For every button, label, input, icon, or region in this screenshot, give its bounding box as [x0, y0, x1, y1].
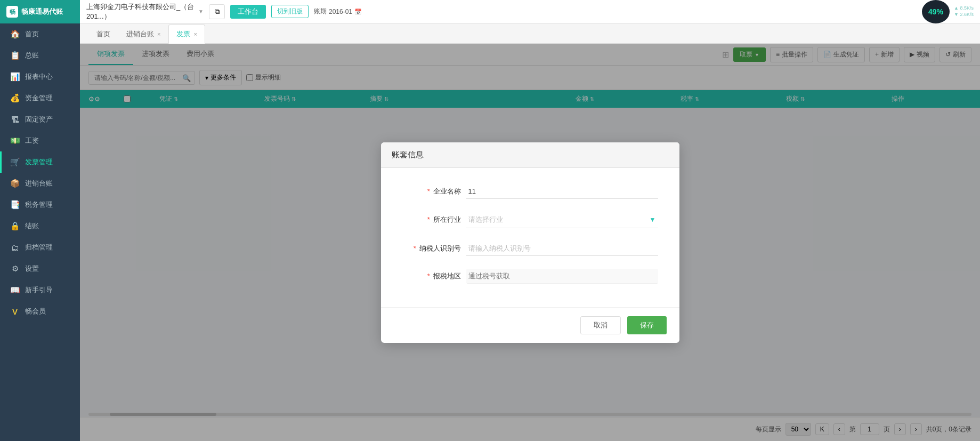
company-name-input[interactable]: [466, 184, 658, 199]
sidebar-item-close[interactable]: 🔒 结账: [0, 215, 80, 237]
tax-region-label: * 报税地区: [402, 271, 461, 281]
network-speeds: ▲ 8.5K/s ▼ 2.6K/s: [954, 5, 974, 18]
network-badge: 49%: [922, 0, 950, 23]
modal-body: * 企业名称 * 所在行业 请选择行业 ▼: [381, 168, 679, 307]
ledger-icon: 📋: [10, 51, 20, 60]
industry-chevron-icon: ▼: [650, 216, 656, 223]
modal-header: 账套信息: [381, 142, 679, 168]
main-area: 上海卯金刀电子科技有限公司_（台201...） ⧉ 工作台 切到旧版 账期 20…: [80, 0, 980, 441]
sidebar-item-label: 首页: [25, 29, 39, 39]
workspace-button[interactable]: 工作台: [230, 5, 266, 19]
upload-speed: ▲ 8.5K/s: [954, 5, 974, 12]
sidebar-item-label: 归档管理: [25, 243, 53, 252]
sidebar-item-report[interactable]: 📊 报表中心: [0, 66, 80, 87]
sidebar-item-label: 畅会员: [25, 307, 46, 316]
industry-label: * 所在行业: [402, 215, 461, 224]
sidebar-item-home[interactable]: 首页: [0, 23, 80, 45]
sidebar-item-fund[interactable]: 💰 资金管理: [0, 87, 80, 109]
guide-icon: 📖: [10, 285, 20, 295]
tab-home-label: 首页: [96, 29, 110, 39]
sidebar-item-label: 进销台账: [25, 179, 53, 188]
salary-icon: 💵: [10, 136, 20, 146]
tax-id-input[interactable]: [466, 241, 658, 256]
sidebar-item-member[interactable]: V 畅会员: [0, 301, 80, 322]
sidebar-item-label: 税务管理: [25, 200, 53, 210]
sidebar-item-label: 设置: [25, 264, 39, 274]
company-selector[interactable]: 上海卯金刀电子科技有限公司_（台201...）: [86, 2, 204, 21]
save-button[interactable]: 保存: [627, 316, 667, 334]
modal-footer: 取消 保存: [381, 307, 679, 343]
close-acct-icon: 🔒: [10, 221, 20, 231]
tab-home[interactable]: 首页: [88, 25, 118, 43]
invoice-icon: 🛒: [10, 157, 20, 167]
modal-overlay: 账套信息 * 企业名称 * 所在行: [80, 44, 980, 441]
settings-icon: [10, 264, 20, 274]
copy-icon: ⧉: [215, 7, 220, 16]
sidebar-item-label: 总账: [25, 51, 39, 60]
company-name-row: * 企业名称: [402, 184, 658, 199]
asset-icon: 🏗: [10, 115, 20, 124]
tax-region-row: * 报税地区: [402, 269, 658, 284]
trade-icon: 📦: [10, 179, 20, 188]
old-version-button[interactable]: 切到旧版: [271, 5, 309, 18]
sidebar-item-label: 新手引导: [25, 285, 53, 295]
sidebar-item-tax[interactable]: 📑 税务管理: [0, 194, 80, 215]
tab-bar: 首页 进销台账 × 发票 ×: [80, 23, 980, 44]
tab-invoice[interactable]: 发票 ×: [168, 25, 205, 44]
tab-trade-label: 进销台账: [126, 29, 154, 39]
tab-invoice-label: 发票: [176, 29, 190, 39]
required-star3: *: [414, 244, 416, 252]
sidebar-item-guide[interactable]: 📖 新手引导: [0, 279, 80, 301]
tax-region-input: [466, 269, 658, 284]
company-name-label: * 企业名称: [402, 187, 461, 196]
sidebar-item-label: 报表中心: [25, 72, 53, 82]
required-star: *: [427, 187, 430, 195]
sidebar-item-settings[interactable]: 设置: [0, 258, 80, 279]
member-icon: V: [10, 307, 20, 316]
report-icon: 📊: [10, 72, 20, 82]
sidebar-item-invoice[interactable]: 🛒 发票管理: [0, 151, 80, 173]
sidebar-item-trade[interactable]: 📦 进销台账: [0, 173, 80, 194]
tax-icon: 📑: [10, 200, 20, 210]
sidebar-item-label: 资金管理: [25, 93, 53, 103]
sidebar-item-label: 结账: [25, 221, 39, 231]
logo-icon: 畅: [6, 6, 18, 18]
required-star4: *: [427, 272, 430, 280]
topbar: 上海卯金刀电子科技有限公司_（台201...） ⧉ 工作台 切到旧版 账期 20…: [80, 0, 980, 23]
app-name: 畅康通易代账: [21, 7, 63, 17]
app-logo: 畅 畅康通易代账: [0, 0, 80, 23]
sidebar-item-asset[interactable]: 🏗 固定资产: [0, 109, 80, 130]
copy-btn[interactable]: ⧉: [209, 4, 225, 19]
industry-row: * 所在行业 请选择行业 ▼: [402, 212, 658, 228]
required-star2: *: [427, 215, 430, 223]
tab-invoice-close[interactable]: ×: [193, 31, 197, 37]
sidebar-item-label: 发票管理: [25, 157, 53, 167]
sidebar-item-archive[interactable]: 🗂 归档管理: [0, 237, 80, 258]
tab-trade[interactable]: 进销台账 ×: [118, 25, 168, 43]
sidebar-item-label: 工资: [25, 136, 39, 146]
sidebar-item-salary[interactable]: 💵 工资: [0, 130, 80, 151]
sidebar-item-ledger[interactable]: 📋 总账: [0, 45, 80, 66]
home-icon: [10, 29, 20, 39]
content-area: 销项发票 进项发票 费用小票 ⊞ 取票 ≡ 批量操作: [80, 44, 980, 441]
industry-select[interactable]: 请选择行业 ▼: [466, 212, 658, 228]
period-value: 2016-01: [329, 8, 352, 15]
tab-trade-close[interactable]: ×: [157, 31, 160, 37]
fund-icon: 💰: [10, 93, 20, 103]
cancel-button[interactable]: 取消: [580, 316, 621, 334]
company-dropdown-icon: [198, 9, 204, 14]
account-info-modal: 账套信息 * 企业名称 * 所在行: [381, 142, 679, 343]
modal-title: 账套信息: [392, 150, 424, 159]
company-name: 上海卯金刀电子科技有限公司_（台201...）: [86, 2, 196, 21]
topbar-right: 49% ▲ 8.5K/s ▼ 2.6K/s: [922, 0, 974, 23]
download-speed: ▼ 2.6K/s: [954, 12, 974, 18]
tax-id-row: * 纳税人识别号: [402, 241, 658, 256]
sidebar-item-label: 固定资产: [25, 115, 53, 124]
calendar-icon[interactable]: [354, 8, 362, 15]
period-label: 账期: [314, 7, 327, 16]
tax-id-label: * 纳税人识别号: [402, 244, 461, 253]
period-display: 账期 2016-01: [314, 7, 362, 16]
archive-icon: 🗂: [10, 243, 20, 252]
sidebar: 畅 畅康通易代账 首页 📋 总账 📊 报表中心 💰 资金管理 🏗 固定资产 💵 …: [0, 0, 80, 441]
industry-placeholder: 请选择行业: [468, 215, 503, 224]
